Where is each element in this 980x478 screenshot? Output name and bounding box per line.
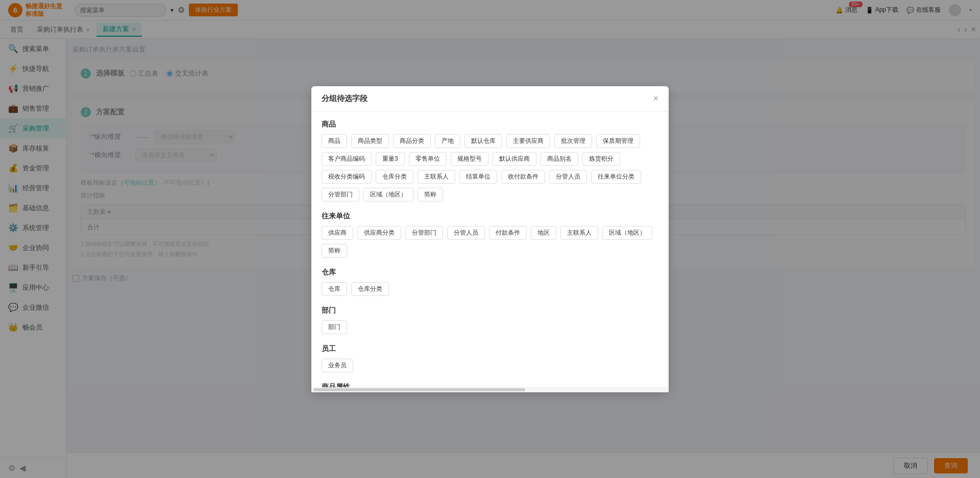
field-chip[interactable]: 区域（地区）: [602, 226, 652, 240]
field-chip[interactable]: 仓库分类: [376, 170, 413, 184]
field-chip[interactable]: 保质期管理: [596, 134, 640, 148]
field-chip[interactable]: 分管部门: [322, 188, 359, 202]
field-chips-counterparty: 供应商 供应商分类 分管部门 分管人员 付款条件 地区 主联系人 区域（地区） …: [322, 226, 658, 258]
field-chips-warehouse: 仓库 仓库分类: [322, 282, 658, 296]
field-group-counterparty: 往来单位 供应商 供应商分类 分管部门 分管人员 付款条件 地区 主联系人 区域…: [322, 212, 658, 258]
field-chip[interactable]: 往来单位分类: [591, 170, 641, 184]
field-group-warehouse: 仓库 仓库 仓库分类: [322, 268, 658, 296]
field-group-product-attr: 商品属性 属性 颜色 多规格 尺码 鞋码 1: [322, 383, 658, 387]
modal-dialog: 分组待选字段 × 商品 商品 商品类型 商品分类 产地 默认仓库 主要供应商 批…: [311, 86, 669, 392]
modal-hscroll: [311, 387, 669, 392]
field-chip[interactable]: 主联系人: [560, 226, 598, 240]
field-chip[interactable]: 税收分类编码: [322, 170, 372, 184]
field-chip[interactable]: 付款条件: [489, 226, 527, 240]
field-group-product: 商品 商品 商品类型 商品分类 产地 默认仓库 主要供应商 批次管理 保质期管理…: [322, 120, 658, 202]
field-chip[interactable]: 地区: [531, 226, 556, 240]
field-chip[interactable]: 规格型号: [451, 152, 488, 166]
field-group-employee: 员工 业务员: [322, 344, 658, 372]
field-chip[interactable]: 结算单位: [459, 170, 497, 184]
modal-header: 分组待选字段 ×: [311, 86, 669, 112]
field-chip[interactable]: 简称: [322, 244, 347, 258]
field-chip[interactable]: 主联系人: [418, 170, 455, 184]
field-chip[interactable]: 重量3: [376, 152, 405, 166]
field-chip[interactable]: 商品类型: [351, 134, 389, 148]
modal-close-button[interactable]: ×: [653, 93, 658, 104]
field-chip[interactable]: 仓库: [322, 282, 347, 296]
field-chip[interactable]: 批次管理: [554, 134, 592, 148]
field-chips-employee: 业务员: [322, 359, 658, 372]
field-chip[interactable]: 产地: [435, 134, 460, 148]
field-chip[interactable]: 分管人员: [447, 226, 485, 240]
hscroll-thumb[interactable]: [313, 388, 525, 391]
field-chip[interactable]: 简称: [418, 188, 443, 202]
field-group-product-title: 商品: [322, 120, 658, 129]
field-chips-dept: 部门: [322, 320, 658, 334]
field-chip[interactable]: 主要供应商: [506, 134, 550, 148]
field-group-product-attr-title: 商品属性: [322, 383, 658, 387]
field-chip[interactable]: 商品别名: [541, 152, 578, 166]
field-chip[interactable]: 区域（地区）: [363, 188, 413, 202]
field-chip[interactable]: 供应商: [322, 226, 353, 240]
field-group-warehouse-title: 仓库: [322, 268, 658, 277]
field-chip[interactable]: 收付款条件: [501, 170, 545, 184]
field-group-dept-title: 部门: [322, 306, 658, 315]
field-chip[interactable]: 零售单位: [409, 152, 447, 166]
field-chip[interactable]: 炼货积分: [582, 152, 620, 166]
field-chip[interactable]: 业务员: [322, 359, 353, 372]
field-group-dept: 部门 部门: [322, 306, 658, 334]
field-group-counterparty-title: 往来单位: [322, 212, 658, 221]
modal-title: 分组待选字段: [322, 94, 368, 104]
field-chip[interactable]: 客户商品编码: [322, 152, 372, 166]
field-chip[interactable]: 供应商分类: [357, 226, 401, 240]
field-chip[interactable]: 仓库分类: [351, 282, 389, 296]
field-chip[interactable]: 商品分类: [393, 134, 431, 148]
field-chip[interactable]: 商品: [322, 134, 347, 148]
field-chip[interactable]: 分管人员: [549, 170, 587, 184]
modal-body: 商品 商品 商品类型 商品分类 产地 默认仓库 主要供应商 批次管理 保质期管理…: [311, 112, 669, 387]
modal-overlay: 分组待选字段 × 商品 商品 商品类型 商品分类 产地 默认仓库 主要供应商 批…: [0, 0, 980, 478]
field-chip[interactable]: 默认供应商: [493, 152, 536, 166]
field-chip[interactable]: 部门: [322, 320, 347, 334]
field-chip[interactable]: 分管部门: [405, 226, 443, 240]
field-group-employee-title: 员工: [322, 344, 658, 354]
field-chips-product: 商品 商品类型 商品分类 产地 默认仓库 主要供应商 批次管理 保质期管理 客户…: [322, 134, 658, 202]
field-chip[interactable]: 默认仓库: [464, 134, 502, 148]
